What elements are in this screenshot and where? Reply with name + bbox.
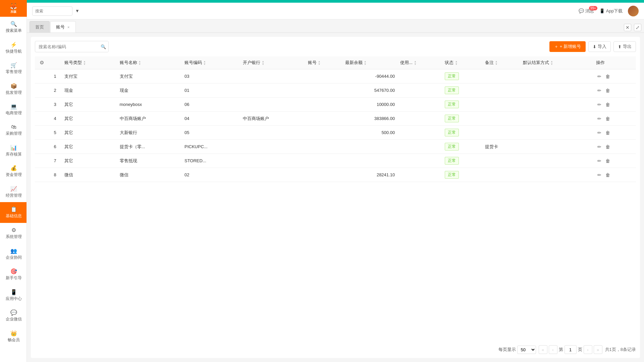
row-type: 其它 — [62, 98, 117, 112]
sidebar-item-系统管理[interactable]: ⚙ 系统管理 — [0, 223, 26, 244]
table-row: 8 微信 微信 02 28241.10 正常 ✏ 🗑 — [35, 168, 636, 182]
row-actions: ✏ 🗑 — [593, 154, 636, 168]
row-settings — [35, 98, 48, 112]
col-payment[interactable]: 默认结算方式▲▼ — [520, 56, 593, 69]
tab-home[interactable]: 首页 — [30, 21, 50, 33]
app-download-button[interactable]: 📱 App下载 — [599, 8, 623, 14]
tab-maximize-btn[interactable]: ⤢ — [634, 24, 641, 31]
row-bank — [240, 140, 305, 154]
row-status: 正常 — [442, 112, 482, 126]
page-size-dropdown[interactable]: 50 100 200 — [517, 346, 536, 354]
sidebar-item-零售管理[interactable]: 🛒 零售管理 — [0, 58, 26, 79]
avatar[interactable] — [628, 6, 639, 16]
row-payment — [520, 168, 593, 182]
col-code[interactable]: 账号编码▲▼ — [182, 56, 240, 69]
sidebar-item-批发管理[interactable]: 📦 批发管理 — [0, 79, 26, 100]
first-page-button[interactable]: « — [539, 345, 547, 354]
sidebar-item-采购管理[interactable]: 🛍 采购管理 — [0, 120, 26, 140]
row-num: 7 — [48, 154, 62, 168]
export-button[interactable]: ⬆ 导出 — [613, 41, 636, 52]
sidebar-item-畅会员[interactable]: 👑 畅会员 — [0, 326, 26, 347]
row-num: 4 — [48, 112, 62, 126]
sidebar-item-label: 库存核算 — [6, 152, 22, 157]
page-suffix: 页 — [578, 347, 582, 353]
table-row: 5 其它 大新银行 05 500.00 正常 ✏ 🗑 — [35, 126, 636, 140]
home-tab-label: 首页 — [35, 24, 44, 30]
table-body: 1 支付宝 支付宝 03 -90444.00 正常 ✏ 🗑 2 现金 现金 01 — [35, 69, 636, 182]
top-dropdown[interactable]: ▼ — [75, 8, 79, 13]
import-button[interactable]: ⬇ 导入 — [588, 41, 611, 52]
prev-page-button[interactable]: ‹ — [549, 345, 557, 354]
next-page-button[interactable]: › — [584, 345, 592, 354]
col-account[interactable]: 账号▲▼ — [305, 56, 342, 69]
delete-button[interactable]: 🗑 — [604, 158, 611, 164]
col-remark[interactable]: 备注▲▼ — [482, 56, 520, 69]
edit-button[interactable]: ✏ — [596, 143, 603, 150]
top-search-input[interactable] — [32, 6, 72, 16]
delete-button[interactable]: 🗑 — [604, 172, 611, 178]
delete-button[interactable]: 🗑 — [604, 129, 611, 136]
sidebar-icon: 📋 — [10, 206, 17, 213]
sidebar-item-快捷导航[interactable]: ⚡ 快捷导航 — [0, 38, 26, 58]
row-usage — [397, 98, 442, 112]
sidebar-item-label: 搜索菜单 — [6, 28, 22, 34]
sidebar-icon: 🛍 — [11, 124, 16, 130]
delete-button[interactable]: 🗑 — [604, 87, 611, 94]
sidebar-nav: 🔍 搜索菜单 ⚡ 快捷导航 🛒 零售管理 📦 批发管理 💻 电商管理 🛍 采购管… — [0, 17, 26, 362]
row-remark — [482, 154, 520, 168]
sidebar-item-电商管理[interactable]: 💻 电商管理 — [0, 99, 26, 120]
add-account-button[interactable]: ＋ + 新增账号 — [549, 41, 586, 52]
col-bank[interactable]: 开户银行▲▼ — [240, 56, 305, 69]
row-status: 正常 — [442, 83, 482, 98]
edit-button[interactable]: ✏ — [596, 129, 603, 136]
sidebar-item-经营管理[interactable]: 📈 经营管理 — [0, 182, 26, 202]
delete-button[interactable]: 🗑 — [604, 101, 611, 108]
row-usage — [397, 168, 442, 182]
sidebar-item-搜索菜单[interactable]: 🔍 搜索菜单 — [0, 17, 26, 38]
search-input[interactable] — [35, 42, 98, 51]
tab-close-btn[interactable]: ✕ — [624, 24, 631, 31]
edit-button[interactable]: ✏ — [596, 115, 603, 122]
page-number-input[interactable] — [565, 345, 577, 354]
page-size-select: 每页显示 50 100 200 — [498, 346, 536, 354]
edit-button[interactable]: ✏ — [596, 73, 603, 80]
sidebar-item-label: 企业微信 — [6, 317, 22, 322]
download-icon: 📱 — [599, 8, 605, 13]
gear-icon[interactable]: ⚙ — [40, 60, 44, 65]
delete-button[interactable]: 🗑 — [604, 143, 611, 150]
tab-account[interactable]: 账号 × — [50, 21, 76, 33]
sidebar-item-库存核算[interactable]: 📊 库存核算 — [0, 140, 26, 161]
sidebar-item-企业微信[interactable]: 💬 企业微信 — [0, 305, 26, 326]
col-settings[interactable]: ⚙ — [35, 56, 48, 69]
row-name: 微信 — [117, 168, 182, 182]
sidebar-icon: 👑 — [10, 330, 17, 337]
edit-button[interactable]: ✏ — [596, 158, 603, 164]
row-settings — [35, 168, 48, 182]
sidebar-item-应用中心[interactable]: 📱 应用中心 — [0, 285, 26, 306]
row-code: 06 — [182, 98, 240, 112]
edit-button[interactable]: ✏ — [596, 172, 603, 178]
sidebar-item-新手引导[interactable]: 🎯 新手引导 — [0, 264, 26, 285]
row-balance: 28241.10 — [342, 168, 398, 182]
col-type[interactable]: 账号类型▲▼ — [62, 56, 117, 69]
account-tab-close[interactable]: × — [67, 25, 70, 29]
col-usage[interactable]: 使用...▲▼ — [397, 56, 442, 69]
col-action: 操作 — [593, 56, 636, 69]
message-button[interactable]: 💬 消息 99+ — [579, 8, 594, 14]
edit-button[interactable]: ✏ — [596, 87, 603, 94]
search-button[interactable]: 🔍 — [98, 41, 108, 52]
delete-button[interactable]: 🗑 — [604, 73, 611, 80]
row-bank — [240, 83, 305, 98]
col-balance[interactable]: 最新余额▲▼ — [342, 56, 398, 69]
row-name: 提货卡（零... — [117, 140, 182, 154]
last-page-button[interactable]: » — [594, 345, 602, 354]
sidebar-item-企业协同[interactable]: 👥 企业协同 — [0, 244, 26, 264]
edit-button[interactable]: ✏ — [596, 101, 603, 108]
sidebar-item-资金管理[interactable]: 💰 资金管理 — [0, 161, 26, 182]
tab-controls: ✕ ⤢ — [624, 24, 641, 33]
delete-button[interactable]: 🗑 — [604, 115, 611, 122]
col-status[interactable]: 状态▲▼ — [442, 56, 482, 69]
sidebar-item-基础信息[interactable]: 📋 基础信息 — [0, 202, 26, 223]
teal-header — [27, 0, 644, 3]
col-name[interactable]: 账号名称▲▼ — [117, 56, 182, 69]
